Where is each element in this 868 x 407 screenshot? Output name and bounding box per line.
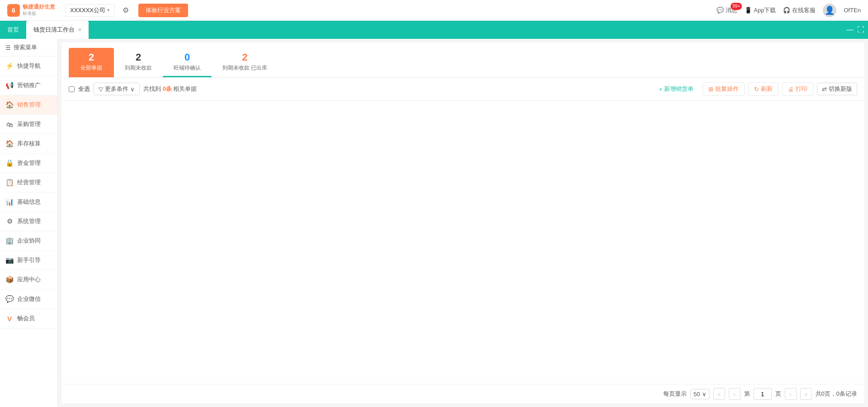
sidebar-item-guide[interactable]: 📷 新手引导 [0, 251, 57, 270]
online-service-icon: 🎧 [783, 7, 790, 14]
app-download-label: App下载 [754, 6, 776, 14]
sidebar-item-quick-nav[interactable]: ⚡ 快捷导航 [0, 56, 57, 76]
header-right: 💬 消息 99+ 📱 App下载 🎧 在线客服 👤 OfTEn [717, 4, 861, 17]
tab-home[interactable]: 首页 [0, 21, 26, 39]
username-area[interactable]: OfTEn [844, 7, 861, 14]
app-download-action[interactable]: 📱 App下载 [745, 6, 776, 14]
wechat-label: 企业微信 [17, 295, 41, 303]
sidebar-item-capital[interactable]: 🔒 资金管理 [0, 154, 57, 173]
sidebar-item-app-center[interactable]: 📦 应用中心 [0, 270, 57, 290]
basic-info-label: 基础信息 [17, 198, 41, 206]
toolbar-right: + 新增销货单 ⊞ 批量操作 ↻ 刷新 🖨 打印 [653, 82, 857, 96]
prev-page-button[interactable]: ‹ [729, 388, 741, 400]
avatar[interactable]: 👤 [823, 4, 836, 17]
stat-label-all: 全部单据 [80, 64, 102, 72]
sidebar-item-inventory[interactable]: 🏠 库存核算 [0, 134, 57, 154]
stat-tab-wangpu[interactable]: 0 旺铺待确认 [163, 48, 212, 77]
member-label: 畅会员 [17, 314, 35, 323]
print-label: 打印 [796, 85, 807, 93]
toolbar: 全选 ▽ 更多条件 ∨ 共找到 0条 相关单据 + 新增销货单 [61, 78, 864, 101]
system-label: 系统管理 [17, 217, 41, 225]
page-label: 第 [744, 390, 750, 398]
batch-operation-button[interactable]: ⊞ 批量操作 [703, 82, 745, 96]
guide-label: 新手引导 [17, 256, 41, 264]
first-page-button[interactable]: « [713, 388, 725, 400]
settings-icon[interactable]: ⚙ [118, 3, 133, 18]
search-label: 搜索菜单 [14, 43, 37, 51]
sidebar-item-operations[interactable]: 📋 经营管理 [0, 173, 57, 192]
content-inner: 2 全部单据 2 到期未收款 0 旺铺待确认 2 到期未收款 已出库 [61, 42, 864, 403]
online-service-action[interactable]: 🎧 在线客服 [783, 6, 816, 14]
empty-content-area [61, 101, 864, 384]
switch-version-button[interactable]: ⇄ 切换新版 [817, 83, 857, 95]
sidebar-item-member[interactable]: V 畅会员 [0, 309, 57, 328]
operations-icon: 📋 [5, 178, 14, 187]
filter-button[interactable]: ▽ 更多条件 ∨ [94, 83, 140, 95]
message-action[interactable]: 💬 消息 99+ [717, 6, 737, 14]
tab-bar: 首页 钱货日清工作台 × — ⛶ [0, 21, 868, 39]
stat-count-wangpu: 0 [184, 51, 190, 63]
company-name: XXXXXX公司 [70, 6, 105, 14]
guide-icon: 📷 [5, 256, 14, 264]
enterprise-icon: 🏢 [5, 237, 14, 245]
page-end-label: 页 [775, 390, 781, 398]
stat-label-overdue: 到期未收款 [125, 64, 152, 72]
sidebar-item-basic-info[interactable]: 📊 基础信息 [0, 192, 57, 212]
message-icon: 💬 [717, 7, 724, 14]
sidebar-item-purchase[interactable]: 🛍 采购管理 [0, 115, 57, 134]
add-icon: + [659, 86, 662, 93]
page-size-value: 50 [693, 391, 700, 398]
app-download-icon: 📱 [745, 7, 752, 14]
pagination-bar: 每页显示 50 ∨ « ‹ 第 页 › » [61, 384, 864, 403]
tab-close-icon[interactable]: × [78, 27, 81, 33]
sidebar-item-sales[interactable]: 🏠 销售管理 [0, 95, 57, 115]
trial-button[interactable]: 体验行业方案 [138, 4, 188, 17]
filter-label: 更多条件 [105, 85, 128, 93]
stat-label-wangpu: 旺铺待确认 [174, 64, 201, 72]
main-layout: ☰ 搜索菜单 ⚡ 快捷导航 📢 营销推广 🏠 销售管理 🛍 采购管理 🏠 库存核… [0, 39, 868, 407]
app-center-label: 应用中心 [17, 276, 41, 284]
inventory-icon: 🏠 [5, 140, 14, 148]
refresh-icon: ↻ [754, 86, 759, 93]
tab-home-label: 首页 [7, 26, 19, 34]
tab-minimize-icon[interactable]: — [846, 26, 854, 34]
tab-active[interactable]: 钱货日清工作台 × [26, 21, 89, 39]
company-dropdown-arrow: ▾ [107, 7, 110, 13]
add-sale-button[interactable]: + 新增销货单 [653, 83, 699, 95]
sidebar-item-wechat[interactable]: 💬 企业微信 [0, 290, 57, 309]
purchase-label: 采购管理 [17, 120, 41, 128]
stat-count-all: 2 [89, 51, 94, 63]
filter-arrow-icon: ∨ [130, 86, 135, 93]
stats-tabs: 2 全部单据 2 到期未收款 0 旺铺待确认 2 到期未收款 已出库 [61, 42, 864, 78]
next-page-icon: › [789, 391, 791, 398]
select-all-checkbox[interactable] [69, 86, 75, 92]
member-icon: V [5, 315, 14, 323]
logo-area: 6 畅捷通好生意 标准版 [7, 4, 65, 17]
refresh-button[interactable]: ↻ 刷新 [748, 82, 778, 96]
company-selector[interactable]: XXXXXX公司 ▾ [65, 4, 115, 17]
marketing-icon: 📢 [5, 81, 14, 89]
tab-maximize-icon[interactable]: ⛶ [857, 26, 864, 34]
add-label: 新增销货单 [664, 85, 693, 93]
sidebar-item-system[interactable]: ⚙ 系统管理 [0, 212, 57, 231]
page-size-select[interactable]: 50 ∨ [690, 389, 709, 399]
print-button[interactable]: 🖨 打印 [782, 82, 813, 96]
next-page-button[interactable]: › [785, 388, 797, 400]
operations-label: 经营管理 [17, 178, 41, 187]
sidebar-item-marketing[interactable]: 📢 营销推广 [0, 76, 57, 95]
found-prefix: 共找到 [143, 85, 161, 92]
system-icon: ⚙ [5, 217, 14, 225]
select-all-label: 全选 [78, 85, 90, 93]
avatar-icon: 👤 [825, 5, 835, 15]
stat-tab-shipped[interactable]: 2 到期未收款 已出库 [212, 48, 278, 77]
wechat-icon: 💬 [5, 295, 14, 303]
stat-tab-all[interactable]: 2 全部单据 [69, 48, 114, 77]
sidebar-item-enterprise[interactable]: 🏢 企业协同 [0, 231, 57, 251]
sales-icon: 🏠 [5, 101, 14, 109]
stat-tab-overdue[interactable]: 2 到期未收款 [114, 48, 163, 77]
page-number-input[interactable] [754, 388, 772, 400]
batch-icon: ⊞ [708, 86, 713, 93]
switch-icon: ⇄ [822, 86, 827, 93]
last-page-button[interactable]: » [800, 388, 812, 400]
sidebar-search[interactable]: ☰ 搜索菜单 [0, 39, 57, 56]
